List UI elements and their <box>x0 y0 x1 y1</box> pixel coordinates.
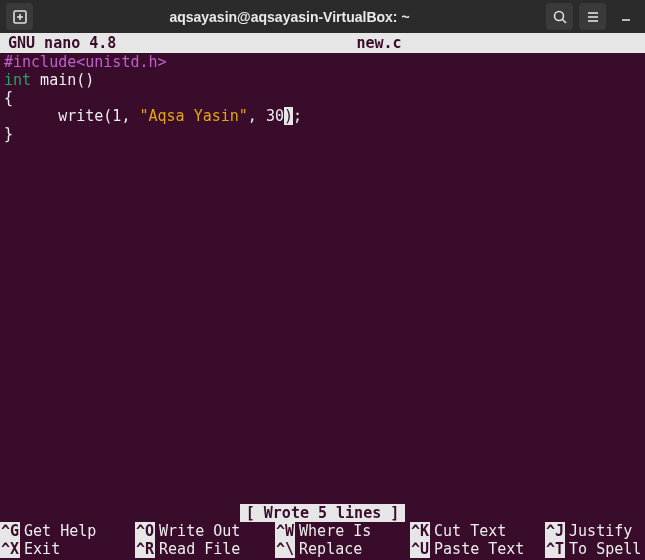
shortcut-row-1: ^XExit ^RRead File ^\Replace ^UPaste Tex… <box>0 540 645 558</box>
search-button[interactable] <box>546 3 573 30</box>
code-brace-close: } <box>4 125 13 143</box>
titlebar: aqsayasin@aqsayasin-VirtualBox: ~ <box>0 0 645 33</box>
svg-point-3 <box>554 11 563 20</box>
shortcut-where-is[interactable]: ^WWhere Is <box>275 522 410 540</box>
new-tab-button[interactable] <box>6 3 33 30</box>
shortcut-label: To Spell <box>569 540 641 558</box>
shortcut-key: ^K <box>410 522 430 540</box>
shortcut-key: ^X <box>0 540 20 558</box>
window-title: aqsayasin@aqsayasin-VirtualBox: ~ <box>39 9 540 25</box>
shortcut-key: ^G <box>0 522 20 540</box>
nano-header: GNU nano 4.8 new.c <box>0 33 645 53</box>
code-write-post: ; <box>293 107 302 125</box>
terminal-window: aqsayasin@aqsayasin-VirtualBox: ~ GNU na… <box>0 0 645 560</box>
shortcut-key: ^R <box>135 540 155 558</box>
code-brace-open: { <box>4 89 13 107</box>
shortcut-label: Exit <box>24 540 60 558</box>
code-header: <unistd.h> <box>76 53 166 71</box>
shortcut-key: ^\ <box>275 540 295 558</box>
shortcut-label: Get Help <box>24 522 96 540</box>
code-type: int <box>4 71 31 89</box>
search-icon <box>552 9 568 25</box>
shortcut-label: Where Is <box>299 522 371 540</box>
shortcut-replace[interactable]: ^\Replace <box>275 540 410 558</box>
shortcut-justify[interactable]: ^JJustify <box>545 522 645 540</box>
shortcut-label: Cut Text <box>434 522 506 540</box>
shortcut-label: Paste Text <box>434 540 524 558</box>
hamburger-icon <box>585 9 601 25</box>
code-write-pre: write(1, <box>4 107 139 125</box>
nano-file-name: new.c <box>356 34 401 52</box>
minimize-button[interactable] <box>612 3 639 30</box>
minimize-icon <box>618 9 634 25</box>
shortcut-key: ^W <box>275 522 295 540</box>
shortcut-key: ^T <box>545 540 565 558</box>
shortcut-key: ^O <box>135 522 155 540</box>
code-main: main() <box>31 71 94 89</box>
shortcut-label: Write Out <box>159 522 240 540</box>
shortcut-write-out[interactable]: ^OWrite Out <box>135 522 275 540</box>
editor-area[interactable]: #include<unistd.h> int main() { write(1,… <box>0 53 645 504</box>
shortcut-label: Justify <box>569 522 632 540</box>
editor-cursor: ) <box>284 107 293 125</box>
shortcut-get-help[interactable]: ^GGet Help <box>0 522 135 540</box>
shortcut-key: ^J <box>545 522 565 540</box>
shortcut-key: ^U <box>410 540 430 558</box>
new-tab-icon <box>12 9 28 25</box>
shortcut-read-file[interactable]: ^RRead File <box>135 540 275 558</box>
code-include: #include <box>4 53 76 71</box>
shortcut-label: Replace <box>299 540 362 558</box>
shortcut-label: Read File <box>159 540 240 558</box>
nano-status-row: [ Wrote 5 lines ] <box>0 504 645 522</box>
code-write-mid: , 30 <box>248 107 284 125</box>
shortcut-exit[interactable]: ^XExit <box>0 540 135 558</box>
nano-app-label: GNU nano 4.8 <box>8 34 116 52</box>
shortcut-to-spell[interactable]: ^TTo Spell <box>545 540 645 558</box>
nano-shortcut-bar: ^GGet Help ^OWrite Out ^WWhere Is ^KCut … <box>0 522 645 560</box>
code-string: "Aqsa Yasin" <box>139 107 247 125</box>
nano-status: [ Wrote 5 lines ] <box>240 504 406 522</box>
shortcut-row-0: ^GGet Help ^OWrite Out ^WWhere Is ^KCut … <box>0 522 645 540</box>
shortcut-cut-text[interactable]: ^KCut Text <box>410 522 545 540</box>
shortcut-paste-text[interactable]: ^UPaste Text <box>410 540 545 558</box>
menu-button[interactable] <box>579 3 606 30</box>
svg-line-4 <box>562 19 566 23</box>
